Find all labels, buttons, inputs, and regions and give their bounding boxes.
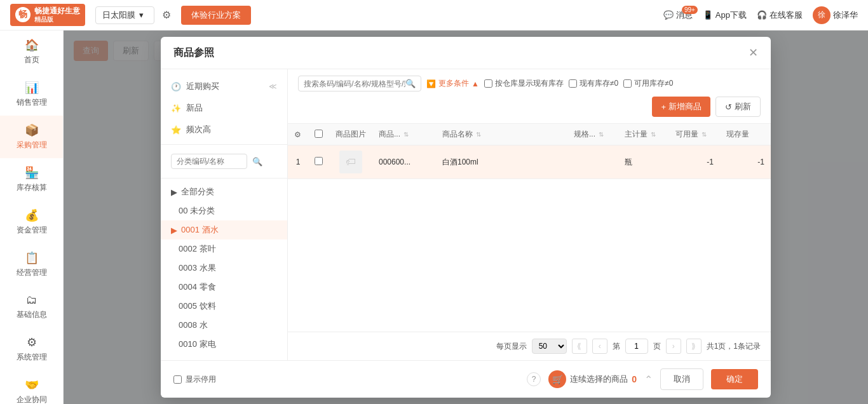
app-download-item[interactable]: 📱 App下载 bbox=[703, 10, 747, 21]
settings-icon[interactable]: ⚙ bbox=[294, 130, 301, 139]
online-service-item[interactable]: 🎧 在线客服 bbox=[757, 10, 803, 21]
sidebar-item-basic-info[interactable]: 🗂 基础信息 bbox=[0, 286, 63, 328]
header-right: 💬 消息 99+ 📱 App下载 🎧 在线客服 徐 徐泽华 bbox=[663, 6, 858, 24]
modal-close-button[interactable]: ✕ bbox=[749, 46, 758, 60]
messages-item[interactable]: 💬 消息 99+ bbox=[663, 10, 693, 21]
nav-new-products[interactable]: ✨ 新品 bbox=[161, 97, 287, 119]
footer-right: ? 🛒 连续选择的商品 0 ⌃ 取消 确定 bbox=[527, 368, 758, 390]
category-appliances[interactable]: 0010 家电 bbox=[161, 335, 287, 354]
sidebar-item-finance[interactable]: 💰 资金管理 bbox=[0, 201, 63, 243]
table-body: 1 🏷 000600... 白酒100ml bbox=[288, 145, 771, 179]
page-number-input[interactable] bbox=[625, 339, 648, 354]
col-settings-header: ⚙ bbox=[288, 124, 308, 145]
refresh-label: 刷新 bbox=[735, 101, 751, 112]
sidebar-item-operations[interactable]: 📋 经营管理 bbox=[0, 243, 63, 286]
left-divider2 bbox=[161, 178, 287, 178]
row-product-spec bbox=[567, 145, 618, 179]
row-product-img-cell: 🏷 bbox=[329, 145, 372, 179]
col-code-label: 商品... bbox=[379, 130, 400, 138]
available-not-zero-checkbox[interactable] bbox=[623, 79, 632, 88]
sidebar-label-operations: 经营管理 bbox=[17, 267, 47, 278]
continuous-select-label: 连续选择的商品 bbox=[570, 374, 628, 385]
sidebar-item-purchase[interactable]: 📦 采购管理 bbox=[0, 116, 63, 158]
sidebar-item-sales[interactable]: 📊 销售管理 bbox=[0, 73, 63, 116]
category-water[interactable]: 0008 水 bbox=[161, 316, 287, 335]
user-item[interactable]: 徐 徐泽华 bbox=[813, 6, 858, 24]
col-stock-header[interactable]: 现存量 bbox=[720, 124, 771, 145]
available-not-zero-label[interactable]: 可用库存≠0 bbox=[623, 78, 673, 89]
col-name-header[interactable]: 商品名称 ⇅ bbox=[436, 124, 567, 145]
product-search-icon[interactable]: 🔍 bbox=[405, 79, 416, 88]
row-index: 1 bbox=[288, 145, 308, 179]
message-icon: 💬 bbox=[663, 10, 674, 20]
sidebar-item-inventory[interactable]: 🏪 库存核算 bbox=[0, 158, 63, 201]
col-spec-label: 规格... bbox=[574, 130, 595, 138]
select-all-checkbox[interactable] bbox=[315, 130, 323, 138]
sidebar-item-collab[interactable]: 🤝 企业协同 bbox=[0, 370, 63, 404]
nav-frequent[interactable]: ⭐ 频次高 bbox=[161, 119, 287, 140]
recent-buy-label: 近期购买 bbox=[186, 81, 219, 92]
col-stock-label: 现存量 bbox=[726, 130, 749, 138]
col-code-header[interactable]: 商品... ⇅ bbox=[372, 124, 436, 145]
store-dropdown[interactable]: 日太阳膜 ▾ bbox=[95, 6, 154, 24]
add-icon: + bbox=[661, 102, 666, 112]
category-all[interactable]: ▶ 全部分类 bbox=[161, 182, 287, 201]
all-category-arrow: ▶ bbox=[171, 187, 177, 197]
page-last-button[interactable]: ⟫ bbox=[686, 339, 702, 354]
table-row[interactable]: 1 🏷 000600... 白酒100ml bbox=[288, 145, 771, 179]
confirm-button[interactable]: 确定 bbox=[711, 369, 758, 389]
page-first-button[interactable]: ⟪ bbox=[572, 339, 587, 354]
sidebar: 🏠 首页 📊 销售管理 📦 采购管理 🏪 库存核算 💰 资金管理 📋 经营管理 … bbox=[0, 30, 64, 404]
per-page-select[interactable]: 50 100 200 bbox=[532, 339, 567, 354]
stock-not-zero-label[interactable]: 现有库存≠0 bbox=[569, 78, 618, 89]
col-img-label: 商品图片 bbox=[336, 130, 366, 138]
sales-icon: 📊 bbox=[25, 81, 39, 95]
product-table: ⚙ 商品图片 bbox=[288, 124, 771, 179]
trial-button[interactable]: 体验行业方案 bbox=[181, 6, 251, 25]
category-liquor[interactable]: ▶ 0001 酒水 bbox=[161, 220, 287, 239]
gear-icon[interactable]: ⚙ bbox=[162, 9, 171, 21]
nav-recent-buy[interactable]: 🕐 近期购买 ≪ bbox=[161, 76, 287, 97]
sidebar-label-collab: 企业协同 bbox=[17, 394, 47, 404]
headset-icon: 🎧 bbox=[757, 10, 767, 20]
category-fruit[interactable]: 0003 水果 bbox=[161, 259, 287, 278]
total-pages-label: 共1页，1条记录 bbox=[707, 341, 761, 352]
stock-not-zero-checkbox[interactable] bbox=[569, 79, 577, 88]
help-icon[interactable]: ? bbox=[527, 372, 541, 386]
row-checkbox[interactable] bbox=[315, 157, 323, 165]
footer-collapse-icon[interactable]: ⌃ bbox=[644, 374, 653, 386]
refresh-icon: ↺ bbox=[725, 102, 732, 112]
cancel-button[interactable]: 取消 bbox=[660, 368, 703, 390]
show-warehouse-stock-checkbox[interactable] bbox=[484, 79, 492, 88]
col-avail-header[interactable]: 可用量 ⇅ bbox=[669, 124, 720, 145]
category-tea[interactable]: 0002 茶叶 bbox=[161, 239, 287, 259]
category-search-input[interactable] bbox=[171, 154, 247, 169]
col-spec-header[interactable]: 规格... ⇅ bbox=[567, 124, 618, 145]
top-header: 畅 畅捷通好生意 精品版 日太阳膜 ▾ ⚙ 体验行业方案 💬 消息 99+ 📱 … bbox=[0, 0, 868, 30]
sidebar-item-home[interactable]: 🏠 首页 bbox=[0, 30, 63, 73]
sidebar-item-system[interactable]: ⚙ 系统管理 bbox=[0, 328, 63, 370]
new-products-label: 新品 bbox=[186, 102, 203, 114]
all-category-label: 全部分类 bbox=[181, 186, 214, 198]
show-disabled-checkbox[interactable] bbox=[173, 375, 182, 384]
messages-badge: 99+ bbox=[682, 6, 698, 14]
show-warehouse-stock-label[interactable]: 按仓库显示现有库存 bbox=[484, 78, 564, 89]
refresh-button[interactable]: ↺ 刷新 bbox=[715, 97, 761, 117]
cart-wrap[interactable]: 🛒 连续选择的商品 0 bbox=[548, 370, 637, 388]
page-prev-button[interactable]: ‹ bbox=[592, 339, 607, 354]
col-unit-header[interactable]: 主计量 ⇅ bbox=[618, 124, 669, 145]
category-snack[interactable]: 0004 零食 bbox=[161, 278, 287, 297]
collapse-left-icon[interactable]: ≪ bbox=[269, 82, 277, 91]
show-disabled-label[interactable]: 显示停用 bbox=[173, 374, 216, 385]
category-unclassified[interactable]: 00 未分类 bbox=[161, 201, 287, 220]
product-search-input[interactable] bbox=[304, 79, 405, 88]
category-search-icon[interactable]: 🔍 bbox=[252, 157, 262, 166]
category-drinks[interactable]: 0005 饮料 bbox=[161, 297, 287, 316]
page-next-button[interactable]: › bbox=[666, 339, 681, 354]
modal-toolbar: 🔍 🔽 更多条件 ▲ 按仓库显示现有库存 bbox=[288, 69, 771, 124]
liquor-arrow-icon: ▶ bbox=[171, 226, 177, 235]
add-product-button[interactable]: + 新增商品 bbox=[652, 97, 710, 117]
more-filter-button[interactable]: 🔽 更多条件 ▲ bbox=[426, 78, 479, 89]
col-avail-label: 可用量 bbox=[675, 130, 698, 138]
purchase-icon: 📦 bbox=[25, 123, 39, 137]
